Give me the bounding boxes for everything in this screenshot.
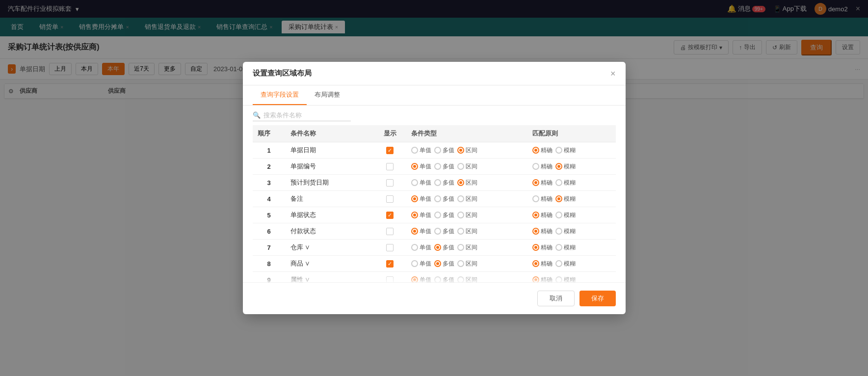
table-head-row: 顺序 条件名称 显示 条件类型 匹配原则	[253, 125, 616, 142]
settings-modal: 设置查询区域布局 × 查询字段设置 布局调整 🔍	[243, 62, 626, 314]
modal-close-btn[interactable]: ×	[610, 69, 616, 78]
display-checkbox[interactable]	[386, 163, 394, 170]
radio-match-精确-circle	[532, 179, 539, 186]
col-display: 显示	[373, 125, 406, 142]
match-option-模糊[interactable]: 模糊	[555, 179, 576, 187]
name-cell: 备注	[286, 191, 373, 207]
type-option-多值[interactable]: 多值	[434, 179, 454, 187]
type-option-多值[interactable]: 多值	[434, 211, 454, 219]
match-cell: 精确 模糊	[527, 175, 615, 191]
type-option-区间[interactable]: 区间	[457, 195, 477, 203]
tab-layout[interactable]: 布局调整	[307, 85, 348, 105]
col-match: 匹配原则	[527, 125, 615, 142]
name-cell: 单据日期	[286, 142, 373, 159]
type-option-区间[interactable]: 区间	[457, 211, 477, 219]
type-option-单值[interactable]: 单值	[411, 179, 431, 187]
type-option-单值[interactable]: 单值	[411, 227, 431, 236]
match-option-精确[interactable]: 精确	[532, 260, 552, 268]
type-option-单值[interactable]: 单值	[411, 195, 431, 203]
name-cell: 商品 ∨	[286, 256, 373, 272]
match-option-精确[interactable]: 精确	[532, 179, 552, 187]
display-checkbox[interactable]	[386, 212, 394, 219]
radio-单值-circle	[411, 228, 418, 235]
table-row: 8 商品 ∨ 单值 多值 区间 精确 模糊	[253, 256, 616, 272]
type-option-单值[interactable]: 单值	[411, 276, 431, 283]
type-option-区间[interactable]: 区间	[457, 179, 477, 187]
search-wrap: 🔍	[253, 111, 351, 121]
match-option-模糊[interactable]: 模糊	[555, 276, 576, 283]
name-cell: 仓库 ∨	[286, 240, 373, 256]
match-cell: 精确 模糊	[527, 207, 615, 223]
radio-match-模糊-circle	[555, 163, 562, 170]
match-option-精确[interactable]: 精确	[532, 211, 552, 219]
display-checkbox[interactable]	[386, 244, 394, 251]
display-checkbox[interactable]	[386, 260, 394, 268]
search-input[interactable]	[263, 111, 342, 119]
match-option-精确[interactable]: 精确	[532, 195, 552, 203]
name-cell: 预计到货日期	[286, 175, 373, 191]
display-cell	[373, 191, 406, 207]
match-cell: 精确 模糊	[527, 240, 615, 256]
display-checkbox[interactable]	[386, 228, 394, 235]
type-option-区间[interactable]: 区间	[457, 162, 477, 171]
table-row: 6 付款状态 单值 多值 区间 精确 模糊	[253, 223, 616, 240]
radio-区间-circle	[457, 179, 464, 186]
type-option-多值[interactable]: 多值	[434, 162, 454, 171]
match-option-模糊[interactable]: 模糊	[555, 211, 576, 219]
type-option-区间[interactable]: 区间	[457, 227, 477, 236]
radio-单值-circle	[411, 276, 418, 282]
match-option-模糊[interactable]: 模糊	[555, 195, 576, 203]
display-cell	[373, 240, 406, 256]
name-cell: 单据状态	[286, 207, 373, 223]
type-option-多值[interactable]: 多值	[434, 276, 454, 283]
match-option-精确[interactable]: 精确	[532, 146, 552, 155]
seq-cell: 5	[253, 207, 286, 223]
display-cell	[373, 256, 406, 272]
type-option-多值[interactable]: 多值	[434, 227, 454, 236]
match-option-精确[interactable]: 精确	[532, 243, 552, 252]
type-option-多值[interactable]: 多值	[434, 195, 454, 203]
match-cell: 精确 模糊	[527, 272, 615, 283]
display-checkbox[interactable]	[386, 276, 394, 283]
type-option-区间[interactable]: 区间	[457, 243, 477, 252]
type-option-区间[interactable]: 区间	[457, 260, 477, 268]
type-option-区间[interactable]: 区间	[457, 146, 477, 155]
match-option-精确[interactable]: 精确	[532, 162, 552, 171]
match-option-模糊[interactable]: 模糊	[555, 227, 576, 236]
type-option-多值[interactable]: 多值	[434, 243, 454, 252]
match-cell: 精确 模糊	[527, 159, 615, 175]
type-option-区间[interactable]: 区间	[457, 276, 477, 283]
type-option-单值[interactable]: 单值	[411, 260, 431, 268]
radio-单值-circle	[411, 244, 418, 251]
display-checkbox[interactable]	[386, 179, 394, 187]
match-option-模糊[interactable]: 模糊	[555, 146, 576, 155]
radio-区间-circle	[457, 260, 464, 267]
type-option-单值[interactable]: 单值	[411, 243, 431, 252]
type-option-多值[interactable]: 多值	[434, 146, 454, 155]
save-btn[interactable]: 保存	[579, 291, 616, 306]
match-cell: 精确 模糊	[527, 191, 615, 207]
radio-match-模糊-circle	[555, 228, 562, 235]
type-option-单值[interactable]: 单值	[411, 162, 431, 171]
modal-tabs: 查询字段设置 布局调整	[243, 85, 626, 106]
match-cell: 精确 模糊	[527, 223, 615, 240]
type-option-多值[interactable]: 多值	[434, 260, 454, 268]
tab-fields[interactable]: 查询字段设置	[253, 85, 307, 105]
modal-table-inner[interactable]: 顺序 条件名称 显示 条件类型 匹配原则 1 单据日期	[253, 125, 616, 282]
match-option-模糊[interactable]: 模糊	[555, 162, 576, 171]
match-option-精确[interactable]: 精确	[532, 227, 552, 236]
cancel-btn[interactable]: 取消	[537, 291, 575, 306]
match-option-模糊[interactable]: 模糊	[555, 260, 576, 268]
radio-单值-circle	[411, 147, 418, 154]
display-checkbox[interactable]	[386, 147, 394, 154]
type-cell: 单值 多值 区间	[406, 223, 527, 240]
display-checkbox[interactable]	[386, 195, 394, 203]
match-option-模糊[interactable]: 模糊	[555, 243, 576, 252]
type-option-单值[interactable]: 单值	[411, 146, 431, 155]
seq-cell: 8	[253, 256, 286, 272]
match-cell: 精确 模糊	[527, 256, 615, 272]
type-option-单值[interactable]: 单值	[411, 211, 431, 219]
radio-match-模糊-circle	[555, 195, 562, 202]
match-option-精确[interactable]: 精确	[532, 276, 552, 283]
display-cell	[373, 207, 406, 223]
